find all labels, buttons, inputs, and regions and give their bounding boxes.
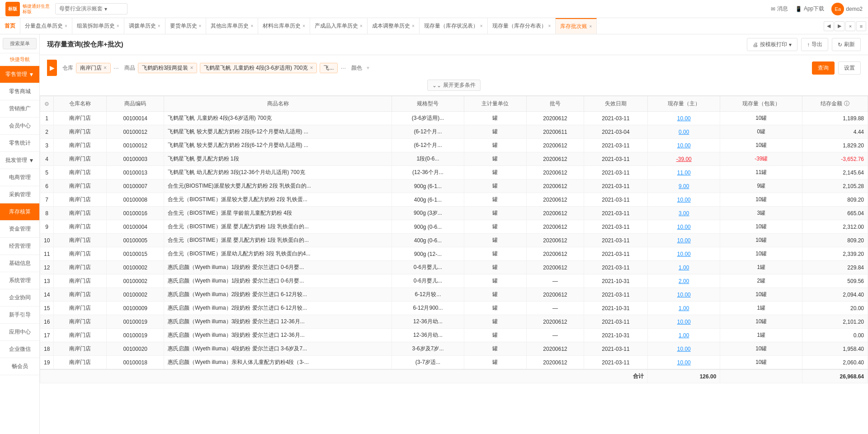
sidebar-item-wechat[interactable]: 企业微信 xyxy=(0,341,39,358)
goods-tag-3[interactable]: 飞... xyxy=(320,63,338,73)
sidebar-item-wholesale[interactable]: 批发管理▼ xyxy=(0,152,39,169)
sidebar-item-system[interactable]: 系统管理 xyxy=(0,272,39,289)
sidebar-item-basic[interactable]: 基础信息 xyxy=(0,255,39,272)
close-icon[interactable]: × xyxy=(589,24,592,29)
cell-qty-main[interactable]: 11.00 xyxy=(648,166,720,179)
cell-qty-main[interactable]: -39.00 xyxy=(648,152,720,166)
export-button[interactable]: ↑ 导出 xyxy=(801,38,828,51)
refresh-button[interactable]: ↻ 刷新 xyxy=(832,38,861,51)
close-icon[interactable]: × xyxy=(302,24,305,28)
nav-right-arrow[interactable]: ▶ xyxy=(835,21,844,31)
tab-kucun[interactable]: 库存批次账 × xyxy=(556,18,597,34)
tag-close-icon[interactable]: × xyxy=(310,65,313,71)
close-icon[interactable]: × xyxy=(65,24,67,28)
tab-cailiao[interactable]: 材料出库单历史 × xyxy=(258,18,310,34)
cell-qty-main[interactable]: 3.00 xyxy=(648,207,720,220)
table-footer-row: 合计 126.00 26,968.64 xyxy=(40,369,868,383)
cell-spec: 6-12月较... xyxy=(392,288,464,302)
close-icon[interactable]: × xyxy=(158,24,160,28)
expand-toggle[interactable]: ▶ xyxy=(47,60,57,76)
nav-close-button[interactable]: × xyxy=(845,21,855,31)
cell-qty-main[interactable]: 10.00 xyxy=(648,139,720,152)
settings-button[interactable]: 设置 xyxy=(838,61,861,75)
cell-qty-main[interactable]: 10.00 xyxy=(648,220,720,234)
tab-xiancun2[interactable]: 现存量（库存分布表） × xyxy=(488,18,556,34)
sidebar-item-collab[interactable]: 企业协同 xyxy=(0,289,39,307)
cell-qty-main[interactable]: 10.00 xyxy=(648,112,720,125)
query-button[interactable]: 查询 xyxy=(812,61,835,75)
goods-tag-1[interactable]: 飞鹤奶粉3段两提装 × xyxy=(138,63,198,73)
tab-qitachuku[interactable]: 其他出库单历史 × xyxy=(206,18,258,34)
goods-tag-2[interactable]: 飞鹤星飞帆 儿童奶粉 4段(3-6岁适用) 700克 × xyxy=(200,63,317,73)
search-menu-button[interactable]: 搜索菜单 xyxy=(3,38,37,49)
expand-more-conditions[interactable]: ⌄⌄ 展开更多条件 xyxy=(427,80,481,91)
sidebar-item-marketing[interactable]: 营销推广 xyxy=(0,100,39,118)
close-icon[interactable]: × xyxy=(360,24,363,28)
tab-chengpin[interactable]: 产成品入库单历史 × xyxy=(310,18,368,34)
tab-yaohuo[interactable]: 要货单历史 × xyxy=(165,18,207,34)
close-icon[interactable]: × xyxy=(117,24,119,28)
tab-diaob[interactable]: 调拨单历史 × xyxy=(124,18,165,34)
close-icon[interactable]: × xyxy=(250,24,253,28)
sidebar-item-apps[interactable]: 应用中心 xyxy=(0,324,39,341)
color-dropdown-arrow[interactable]: ▾ xyxy=(367,65,369,71)
sidebar-item-guide[interactable]: 新手引导 xyxy=(0,307,39,324)
more-warehouses-btn[interactable]: ··· xyxy=(113,64,119,71)
sidebar-item-retail-shop[interactable]: 零售商城 xyxy=(0,83,39,100)
tab-home[interactable]: 首页 xyxy=(0,18,20,34)
table-row: 19 南岸门店 00100018 惠氏启颜（Wyeth illuma）亲和人体儿… xyxy=(40,356,868,370)
tab-xiancun1[interactable]: 现存量（库存状况表） × xyxy=(420,18,488,34)
cell-qty-main[interactable]: 2.00 xyxy=(648,274,720,288)
sidebar-item-finance[interactable]: 资金管理 xyxy=(0,221,39,238)
tag-close-icon[interactable]: × xyxy=(190,65,193,71)
message-button[interactable]: ✉ 消息 xyxy=(771,5,788,13)
cell-qty-main[interactable]: 10.00 xyxy=(648,288,720,302)
cell-qty-main[interactable]: 1.00 xyxy=(648,261,720,274)
close-icon[interactable]: × xyxy=(412,24,415,28)
tag-close-icon[interactable]: × xyxy=(104,65,107,71)
close-icon[interactable]: × xyxy=(548,24,551,28)
filter-warehouse: 仓库 南岸门店 × ··· xyxy=(62,63,119,73)
warehouse-tag[interactable]: 南岸门店 × xyxy=(76,63,111,73)
cell-qty-main[interactable]: 10.00 xyxy=(648,315,720,329)
sidebar-item-purchase[interactable]: 采购管理 xyxy=(0,186,39,203)
cell-qty-main[interactable]: 10.00 xyxy=(648,342,720,356)
nav-left-arrow[interactable]: ◀ xyxy=(824,21,834,31)
sidebar-item-member2[interactable]: 畅会员 xyxy=(0,358,39,375)
col-settings[interactable]: ⚙ xyxy=(40,96,54,112)
cell-qty-pkg: 10罐 xyxy=(720,342,802,356)
sidebar-item-operations[interactable]: 经营管理 xyxy=(0,238,39,255)
org-selector[interactable]: 母婴行业演示账套 ▾ xyxy=(55,3,127,14)
cell-qty-main[interactable]: 1.00 xyxy=(648,302,720,315)
close-icon[interactable]: × xyxy=(199,24,202,28)
sidebar-item-retail-stats[interactable]: 零售统计 xyxy=(0,135,39,152)
cell-qty-main[interactable]: 10.00 xyxy=(648,356,720,370)
tab-zuzhuan[interactable]: 组装拆卸单历史 × xyxy=(72,18,124,34)
sidebar-item-member[interactable]: 会员中心 xyxy=(0,118,39,135)
cell-unit: 罐 xyxy=(464,179,527,193)
quick-nav-button[interactable]: 快捷导航 xyxy=(0,53,39,66)
app-download-button[interactable]: 📱 App下载 xyxy=(795,5,824,13)
tab-fenliang[interactable]: 分量盘点单历史 × xyxy=(20,18,72,34)
more-goods-btn[interactable]: ··· xyxy=(340,64,346,71)
print-button[interactable]: 🖨 按模板打印 ▾ xyxy=(747,38,797,51)
cell-amount: 809.20 xyxy=(802,234,868,247)
sidebar-item-retail-mgmt[interactable]: 零售管理▼ xyxy=(0,66,39,83)
sidebar-item-inventory[interactable]: 库存核算 xyxy=(0,203,39,221)
cell-qty-main[interactable]: 1.00 xyxy=(648,329,720,342)
cell-code: 00100014 xyxy=(107,112,164,125)
cell-qty-main[interactable]: 0.00 xyxy=(648,125,720,139)
cell-qty-main[interactable]: 10.00 xyxy=(648,193,720,207)
cell-code: 00100002 xyxy=(107,261,164,274)
user-menu[interactable]: Ea demo2 xyxy=(831,3,863,15)
cell-qty-pkg: 10罐 xyxy=(720,193,802,207)
sidebar-item-ecommerce[interactable]: 电商管理 xyxy=(0,169,39,186)
cell-qty-main[interactable]: 10.00 xyxy=(648,234,720,247)
cell-qty-pkg: 9罐 xyxy=(720,179,802,193)
cell-qty-main[interactable]: 10.00 xyxy=(648,247,720,261)
tab-chengben[interactable]: 成本调整单历史 × xyxy=(368,18,420,34)
close-icon[interactable]: × xyxy=(480,24,483,28)
nav-menu-button[interactable]: ≡ xyxy=(856,21,866,31)
cell-qty-main[interactable]: 9.00 xyxy=(648,179,720,193)
expand-btn-icon[interactable]: ▶ xyxy=(47,60,57,76)
